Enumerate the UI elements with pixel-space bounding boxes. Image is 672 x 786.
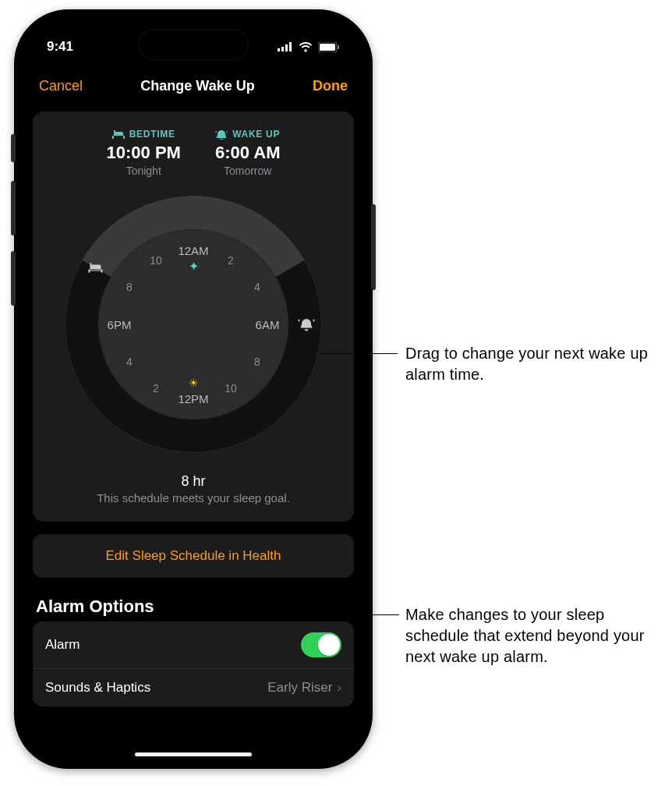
alarm-options-header: Alarm Options xyxy=(36,597,351,617)
alarm-toggle-row: Alarm xyxy=(33,621,354,669)
svg-rect-0 xyxy=(278,48,280,51)
iphone-frame: 9:41 Cancel Change Wake Up Done BEDTIME xyxy=(14,9,373,769)
sleep-dial[interactable]: 12AM ✦ 12PM ☀ 6PM 6AM 2 4 8 10 2 4 8 10 xyxy=(65,196,322,453)
cellular-icon xyxy=(278,42,293,51)
callout-wakeup-drag: Drag to change your next wake up alarm t… xyxy=(405,343,663,385)
sleep-card: BEDTIME 10:00 PM Tonight WAKE UP 6:00 AM… xyxy=(33,112,354,522)
bedtime-handle[interactable] xyxy=(81,254,109,282)
sleep-goal: 8 hr This schedule meets your sleep goal… xyxy=(44,473,343,505)
alarm-toggle[interactable] xyxy=(301,632,341,657)
bedtime-sub: Tonight xyxy=(107,165,181,177)
dynamic-island xyxy=(139,30,248,59)
side-button-volume-up xyxy=(11,181,16,235)
bedtime-time: 10:00 PM xyxy=(107,143,181,163)
alarm-row-label: Alarm xyxy=(45,637,80,653)
bedtime-label: BEDTIME xyxy=(129,129,175,140)
cancel-button[interactable]: Cancel xyxy=(39,78,83,94)
svg-rect-6 xyxy=(338,45,339,49)
page-title: Change Wake Up xyxy=(140,78,254,94)
sleep-goal-message: This schedule meets your sleep goal. xyxy=(44,491,343,505)
hour-2p: 2 xyxy=(153,382,159,395)
sun-icon: ☀ xyxy=(189,377,199,389)
svg-rect-3 xyxy=(289,42,292,51)
wakeup-sub: Tomorrow xyxy=(215,165,281,177)
bedtime-block: BEDTIME 10:00 PM Tonight xyxy=(107,129,181,177)
svg-rect-2 xyxy=(285,44,288,51)
status-time: 9:41 xyxy=(47,39,73,55)
callout-edit-schedule: Make changes to your sleep schedule that… xyxy=(405,604,663,667)
hour-10p: 10 xyxy=(150,254,162,267)
bed-handle-icon xyxy=(87,263,103,274)
alarm-icon xyxy=(215,129,228,140)
wakeup-block: WAKE UP 6:00 AM Tomorrow xyxy=(215,129,281,177)
wakeup-label: WAKE UP xyxy=(232,129,280,140)
screen: 9:41 Cancel Change Wake Up Done BEDTIME xyxy=(20,16,366,763)
done-button[interactable]: Done xyxy=(313,78,348,94)
chevron-right-icon: › xyxy=(337,680,341,696)
hour-10a: 10 xyxy=(225,382,237,395)
hour-8p: 8 xyxy=(126,281,133,293)
hour-4a: 4 xyxy=(254,281,260,293)
sounds-haptics-row[interactable]: Sounds & Haptics Early Riser › xyxy=(33,669,354,706)
bed-icon xyxy=(112,130,125,139)
callout-leader-line xyxy=(320,353,398,354)
wifi-icon xyxy=(299,42,313,52)
side-button-volume-down xyxy=(11,251,16,306)
sounds-row-value: Early Riser xyxy=(267,680,332,696)
wakeup-handle[interactable] xyxy=(292,310,320,338)
hour-8a: 8 xyxy=(254,356,260,368)
sounds-row-label: Sounds & Haptics xyxy=(45,680,150,696)
hour-4p: 4 xyxy=(126,356,133,368)
hour-2a: 2 xyxy=(228,254,234,267)
navigation-bar: Cancel Change Wake Up Done xyxy=(20,61,366,101)
edit-sleep-schedule-button[interactable]: Edit Sleep Schedule in Health xyxy=(33,534,354,578)
hour-6pm: 6PM xyxy=(108,318,132,331)
side-button-power xyxy=(371,204,376,290)
callout-text-1: Drag to change your next wake up alarm t… xyxy=(405,345,648,383)
home-indicator[interactable] xyxy=(135,752,252,756)
side-button-silence xyxy=(11,134,16,162)
wakeup-time: 6:00 AM xyxy=(215,143,281,163)
sleep-hours: 8 hr xyxy=(44,473,343,490)
svg-rect-5 xyxy=(320,44,335,51)
hour-6am: 6AM xyxy=(256,318,280,331)
night-sparkle-icon: ✦ xyxy=(189,259,199,274)
callout-text-2: Make changes to your sleep schedule that… xyxy=(405,606,645,665)
callout-leader-line xyxy=(359,614,399,615)
battery-icon xyxy=(318,42,340,52)
hour-12pm: 12PM xyxy=(178,392,208,405)
hour-12am: 12AM xyxy=(178,244,208,257)
alarm-options-list: Alarm Sounds & Haptics Early Riser › xyxy=(33,621,354,706)
alarm-handle-icon xyxy=(298,317,315,331)
svg-rect-1 xyxy=(281,47,284,51)
